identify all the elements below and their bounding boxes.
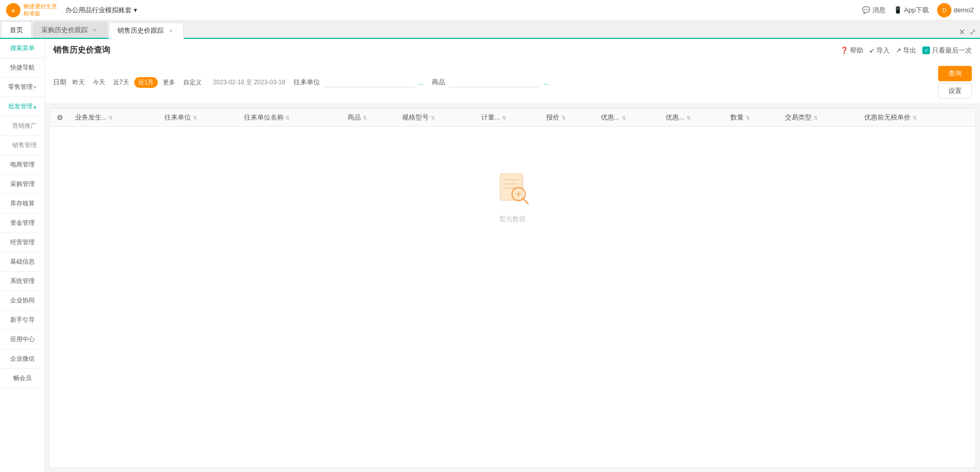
sidebar-ecommerce-label: 电商管理 <box>10 160 35 169</box>
sidebar-item-operations[interactable]: 经营管理 <box>0 233 44 252</box>
product-dots[interactable]: ... <box>543 78 549 86</box>
table-body: 暂元数据 <box>50 127 975 265</box>
product-filter-group: 商品 ... <box>432 77 549 87</box>
export-label: 导出 <box>903 46 916 55</box>
app-download-label: App下载 <box>904 6 929 15</box>
import-label: 导入 <box>876 46 890 55</box>
table-header-biz-date[interactable]: 业务发生... <box>70 109 159 127</box>
sidebar-wholesale-label: 批发管理 <box>8 102 33 111</box>
import-button[interactable]: ↙ 导入 <box>869 46 890 55</box>
table-header-partner-code[interactable]: 往来单位 <box>159 109 238 127</box>
sidebar-item-new-guide[interactable]: 新手引导 <box>0 311 44 330</box>
only-last-label: 只看最后一次 <box>932 46 972 55</box>
settings-button[interactable]: 设置 <box>938 83 972 99</box>
app-selector[interactable]: 办公用品行业模拟账套 ▾ <box>61 4 141 17</box>
sidebar-item-member[interactable]: 畅会员 <box>0 369 44 388</box>
date-btn-custom[interactable]: 自定义 <box>180 77 205 88</box>
app-selector-label: 办公用品行业模拟账套 <box>65 6 132 15</box>
table-header-trade-type[interactable]: 交易类型 <box>780 109 859 127</box>
tab-home-label: 首页 <box>10 26 23 35</box>
filter-actions: 查询 设置 <box>938 66 972 99</box>
table-header-gear[interactable]: ⚙ <box>50 109 70 127</box>
user-menu[interactable]: D demo2 <box>937 3 974 17</box>
fullscreen-action[interactable]: ⤢ <box>969 27 976 37</box>
product-input[interactable] <box>448 77 540 87</box>
sidebar-retail-label: 零售管理 <box>8 83 33 91</box>
sidebar-item-ecommerce[interactable]: 电商管理 <box>0 155 44 175</box>
tab-bar: 首页 采购历史价跟踪 × 销售历史价跟踪 × ✕ ⤢ <box>0 20 980 39</box>
date-options: 昨天 今天 近7天 近1月 更多 自定义 <box>69 77 205 88</box>
table-header-discount1[interactable]: 优惠... <box>596 109 660 127</box>
table-header-row: ⚙ 业务发生... 往来单位 往来单位名称 商品 <box>50 109 975 127</box>
export-icon: ↗ <box>896 46 901 54</box>
sidebar-finance-label: 资金管理 <box>10 219 35 227</box>
table-header-product[interactable]: 商品 <box>342 109 397 127</box>
only-last-checkbox[interactable]: ✓ 只看最后一次 <box>922 46 972 55</box>
import-icon: ↙ <box>869 46 875 54</box>
partner-filter-group: 往来单位 ... <box>293 77 424 87</box>
tab-sales-history[interactable]: 销售历史价跟踪 × <box>109 22 184 39</box>
sidebar-item-system[interactable]: 系统管理 <box>0 272 44 291</box>
page-title-row: 销售历史价查询 ❓ 帮助 ↙ 导入 ↗ 导出 ✓ <box>53 45 972 56</box>
filter-row: 日期 昨天 今天 近7天 近1月 更多 自定义 2023-02-18 至 202… <box>53 62 972 104</box>
sidebar-quick-nav-label: 快捷导航 <box>10 63 35 72</box>
help-button[interactable]: ❓ 帮助 <box>840 46 863 55</box>
tab-purchase-history[interactable]: 采购历史价跟踪 × <box>33 21 108 38</box>
table-header-pretax-price[interactable]: 优惠前无税单价 <box>859 109 975 127</box>
sidebar-item-inventory[interactable]: 库存核算 <box>0 194 44 214</box>
date-range-group: 2023-02-18 至 2023-03-18 <box>213 78 285 87</box>
sidebar-item-retail[interactable]: 零售管理 ▾ <box>0 78 44 97</box>
sidebar-item-purchase[interactable]: 采购管理 <box>0 175 44 194</box>
date-btn-today[interactable]: 今天 <box>90 77 108 88</box>
svg-line-7 <box>523 199 528 204</box>
avatar: D <box>937 3 951 17</box>
empty-state-row: 暂元数据 <box>50 127 975 265</box>
table-header-partner-name[interactable]: 往来单位名称 <box>239 109 342 127</box>
sidebar-item-finance[interactable]: 资金管理 <box>0 214 44 233</box>
sidebar-item-basic-info[interactable]: 基础信息 <box>0 252 44 272</box>
query-button[interactable]: 查询 <box>938 66 972 81</box>
empty-text: 暂元数据 <box>499 215 526 224</box>
date-btn-yesterday[interactable]: 昨天 <box>69 77 88 88</box>
content-area: 销售历史价查询 ❓ 帮助 ↙ 导入 ↗ 导出 ✓ <box>45 39 980 472</box>
close-tab-action[interactable]: ✕ <box>959 27 965 37</box>
sidebar-item-quick-nav[interactable]: 快捷导航 <box>0 58 44 78</box>
partner-input[interactable] <box>323 77 415 87</box>
empty-state: 暂元数据 <box>50 127 975 265</box>
svg-text:6: 6 <box>12 8 14 13</box>
tab-bar-actions: ✕ ⤢ <box>959 27 980 38</box>
message-action[interactable]: 💬 消息 <box>862 6 886 15</box>
top-header: 6 畅捷通好生意 标准版 办公用品行业模拟账套 ▾ 💬 消息 📱 App下载 D… <box>0 0 980 20</box>
sidebar-item-enterprise-wechat[interactable]: 企业微信 <box>0 349 44 369</box>
date-btn-more[interactable]: 更多 <box>160 77 178 88</box>
message-label: 消息 <box>872 6 886 15</box>
table-header-qty[interactable]: 数量 <box>725 109 780 127</box>
table-header-unit[interactable]: 计量... <box>476 109 541 127</box>
sidebar-item-search-menu[interactable]: 搜索菜单 <box>0 39 44 58</box>
chevron-down-icon: ▾ <box>134 6 137 14</box>
logo-icon: 6 <box>6 3 20 17</box>
sidebar-item-app-center[interactable]: 应用中心 <box>0 330 44 349</box>
table-header-spec[interactable]: 规格型号 <box>397 109 476 127</box>
header-left: 6 畅捷通好生意 标准版 办公用品行业模拟账套 ▾ <box>6 3 141 17</box>
chevron-down-icon: ▾ <box>34 84 36 90</box>
gear-icon: ⚙ <box>57 113 63 122</box>
date-btn-last7[interactable]: 近7天 <box>110 77 132 88</box>
table-header-quote[interactable]: 报价 <box>541 109 596 127</box>
partner-filter-label: 往来单位 <box>293 78 320 87</box>
date-btn-last1m[interactable]: 近1月 <box>134 77 158 88</box>
help-label: 帮助 <box>850 46 863 55</box>
download-icon: 📱 <box>894 6 902 14</box>
export-button[interactable]: ↗ 导出 <box>896 46 916 55</box>
table-header-discount2[interactable]: 优惠... <box>660 109 725 127</box>
sidebar-item-enterprise[interactable]: 企业协同 <box>0 291 44 311</box>
sidebar-item-sales-mgmt[interactable]: 销售管理 <box>0 136 44 155</box>
app-download-action[interactable]: 📱 App下载 <box>894 6 929 15</box>
tab-sales-history-close[interactable]: × <box>167 27 175 35</box>
tab-purchase-history-close[interactable]: × <box>91 26 99 34</box>
sidebar-item-wholesale[interactable]: 批发管理 ▴ <box>0 97 44 116</box>
partner-dots[interactable]: ... <box>418 78 424 86</box>
sidebar-item-marketing[interactable]: 营销推广 <box>0 116 44 136</box>
tab-home[interactable]: 首页 <box>1 21 32 38</box>
sidebar-enterprise-wechat-label: 企业微信 <box>10 355 35 363</box>
